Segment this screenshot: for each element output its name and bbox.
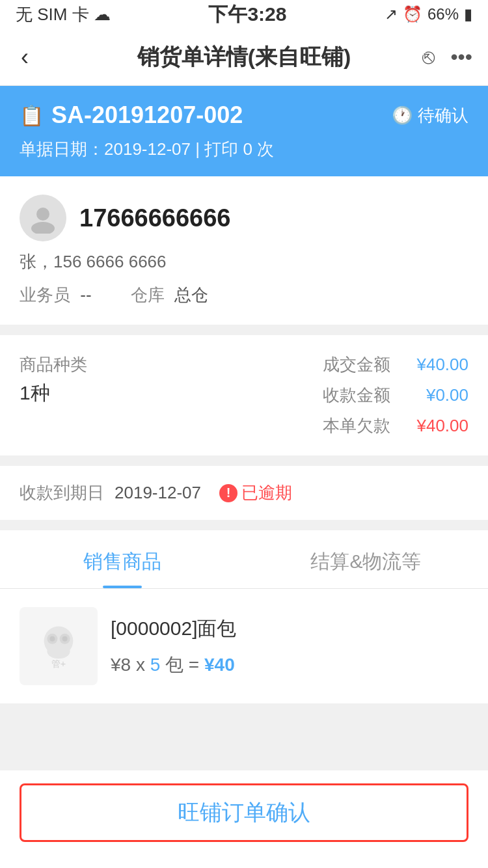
product-total: ¥40	[204, 655, 235, 675]
warehouse-key: 仓库	[131, 285, 165, 305]
svg-point-1	[31, 222, 55, 234]
order-header: 📋 SA-20191207-002 🕐 待确认 单据日期：2019-12-07 …	[0, 86, 488, 176]
overdue-label: 已逾期	[241, 481, 292, 504]
bottom-bar: 旺铺订单确认	[0, 770, 488, 868]
battery-icon: ▮	[464, 5, 472, 23]
clock-icon: 🕐	[392, 105, 413, 126]
alarm-icon: ⏰	[403, 5, 422, 23]
svg-text:管+: 管+	[51, 658, 66, 669]
nav-actions: ⎋ •••	[422, 45, 472, 69]
balance-value: ¥40.00	[416, 416, 468, 436]
customer-card: 17666666666 张，156 6666 6666 业务员 -- 仓库 总仓	[0, 176, 488, 325]
product-qty: 5	[150, 655, 161, 675]
transaction-row: 成交金额 ¥40.00	[323, 353, 468, 376]
overdue-icon: !	[219, 484, 237, 502]
due-label: 收款到期日	[20, 481, 104, 504]
product-unit: 包	[165, 655, 183, 675]
customer-top: 17666666666	[20, 195, 468, 241]
product-info: [0000002]面包 ¥8 x 5 包 = ¥40	[111, 616, 468, 677]
warehouse-label: 仓库 总仓	[131, 284, 208, 306]
product-name: [0000002]面包	[111, 616, 468, 642]
svg-point-0	[36, 208, 49, 221]
order-id: 📋 SA-20191207-002	[20, 102, 243, 129]
svg-point-5	[49, 636, 55, 642]
page-title: 销货单详情(来自旺铺)	[137, 42, 351, 72]
balance-row: 本单欠款 ¥40.00	[323, 414, 468, 437]
tabs-bar: 销售商品 结算&物流等	[0, 530, 488, 589]
status-bar-right: ↗ ⏰ 66% ▮	[385, 5, 472, 23]
received-value: ¥0.00	[426, 385, 468, 405]
customer-phone: 17666666666	[79, 204, 230, 232]
goods-count: 商品种类 1种	[20, 353, 87, 407]
received-label: 收款金额	[323, 384, 390, 407]
overdue-badge: ! 已逾期	[219, 481, 292, 504]
transaction-label: 成交金额	[323, 353, 390, 376]
product-item: 管+ [0000002]面包 ¥8 x 5 包 = ¥40	[0, 589, 488, 703]
location-icon: ↗	[385, 5, 398, 23]
balance-label: 本单欠款	[323, 414, 390, 437]
battery-level: 66%	[427, 5, 459, 23]
received-row: 收款金额 ¥0.00	[323, 384, 468, 407]
customer-name: 张，156 6666 6666	[20, 251, 468, 273]
salesperson-value: --	[80, 285, 91, 305]
product-price: ¥8	[111, 655, 131, 675]
order-header-top: 📋 SA-20191207-002 🕐 待确认	[20, 102, 468, 129]
sim-status: 无 SIM 卡 ☁	[16, 3, 111, 26]
customer-meta: 业务员 -- 仓库 总仓	[20, 284, 468, 306]
product-thumbnail: 管+	[20, 607, 98, 685]
tab-goods[interactable]: 销售商品	[0, 530, 244, 588]
goods-count-value: 1种	[20, 380, 87, 407]
transaction-value: ¥40.00	[416, 355, 468, 375]
amounts-list: 成交金额 ¥40.00 收款金额 ¥0.00 本单欠款 ¥40.00	[323, 353, 468, 437]
salesperson-key: 业务员	[20, 285, 70, 305]
back-button[interactable]: ‹	[16, 38, 34, 76]
nav-bar: ‹ 销货单详情(来自旺铺) ⎋ •••	[0, 29, 488, 86]
main-content: 📋 SA-20191207-002 🕐 待确认 单据日期：2019-12-07 …	[0, 86, 488, 868]
amounts-card: 商品种类 1种 成交金额 ¥40.00 收款金额 ¥0.00 本单欠款 ¥40.…	[0, 335, 488, 455]
avatar	[20, 195, 66, 241]
tab-settle[interactable]: 结算&物流等	[244, 530, 488, 588]
order-status: 🕐 待确认	[392, 104, 468, 127]
due-date-card: 收款到期日 2019-12-07 ! 已逾期	[0, 466, 488, 520]
status-bar-time: 下午3:28	[208, 1, 286, 28]
formula-eq: =	[189, 655, 204, 675]
status-bar: 无 SIM 卡 ☁ 下午3:28 ↗ ⏰ 66% ▮	[0, 0, 488, 29]
order-status-text: 待确认	[418, 104, 468, 127]
formula-x: x	[136, 655, 150, 675]
status-bar-left: 无 SIM 卡 ☁	[16, 3, 111, 26]
svg-point-6	[62, 636, 68, 642]
goods-count-label: 商品种类	[20, 353, 87, 376]
order-icon: 📋	[20, 104, 44, 127]
due-date-value: 2019-12-07	[115, 483, 201, 503]
warehouse-value: 总仓	[174, 285, 208, 305]
share-icon[interactable]: ⎋	[422, 45, 435, 69]
order-date: 单据日期：2019-12-07 | 打印 0 次	[20, 138, 468, 161]
product-formula: ¥8 x 5 包 = ¥40	[111, 653, 468, 677]
product-list: 管+ [0000002]面包 ¥8 x 5 包 = ¥40	[0, 589, 488, 703]
more-icon[interactable]: •••	[450, 45, 472, 69]
salesperson-label: 业务员 --	[20, 284, 92, 306]
confirm-button[interactable]: 旺铺订单确认	[20, 783, 468, 842]
order-id-text: SA-20191207-002	[51, 102, 243, 129]
svg-point-7	[47, 644, 70, 658]
